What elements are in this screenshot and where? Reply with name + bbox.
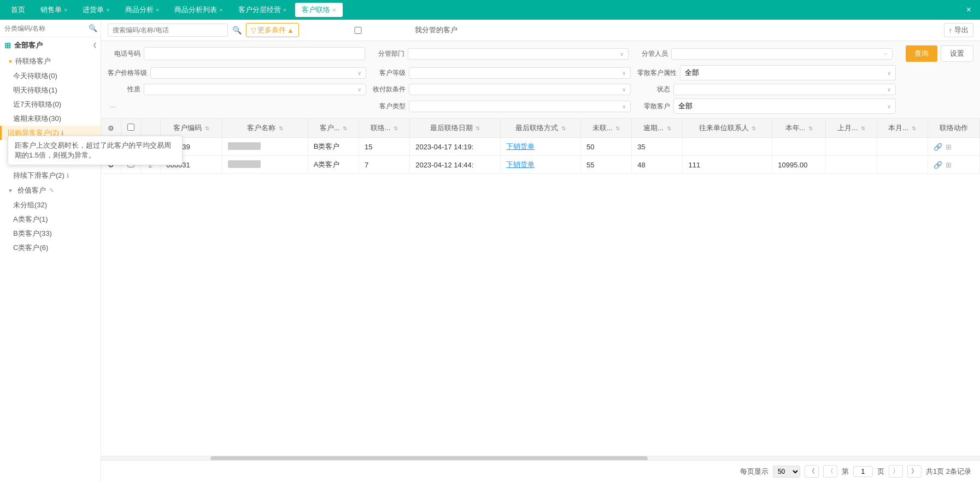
customer-level-select[interactable]: ∨	[409, 67, 631, 79]
dept-select[interactable]: ∨	[408, 48, 629, 60]
sidebar-search-icon[interactable]: 🔍	[89, 24, 97, 32]
nature-field: 性质 ∨	[108, 84, 366, 95]
nav-tab-sales[interactable]: 销售单 ×	[34, 3, 74, 17]
row-type: B类客户	[308, 138, 359, 156]
prev-page-button[interactable]: 〈	[823, 465, 837, 478]
horizontal-scrollbar[interactable]	[101, 456, 980, 460]
manager-select[interactable]: ···	[671, 48, 893, 60]
action-icon-grid[interactable]: ⊞	[946, 143, 952, 151]
row-last-method[interactable]: 下销货单	[501, 156, 581, 174]
nav-tab-customer-tier[interactable]: 客户分层经营 ×	[232, 3, 293, 17]
price-level-arrow: ∨	[357, 70, 361, 76]
page-size-select[interactable]: 50 100 200	[773, 466, 800, 478]
manager-dots[interactable]: ···	[883, 51, 888, 57]
sidebar-item-today[interactable]: 今天待联络(0)	[0, 69, 101, 83]
extra-dots-button[interactable]: ···	[108, 102, 118, 111]
page-number-input[interactable]	[853, 466, 873, 477]
retail-attr-field: 零散客户属性 全部 ∨	[637, 65, 896, 80]
price-level-select[interactable]: ∨	[150, 67, 366, 79]
right-content-area: 🔍 ▽ 更多条件 ▲ 我分管的客户 ↑ 导出 电话号码	[101, 20, 980, 482]
sidebar-item-declining-customers[interactable]: 持续下滑客户(2) ℹ	[0, 169, 101, 183]
nav-tab-product-analysis-list[interactable]: 商品分析列表 ×	[168, 3, 229, 17]
retail-attr-arrow: ∨	[887, 70, 891, 76]
unpaid-col-header[interactable]: 未联... ⇅	[581, 119, 632, 138]
checkbox-col-header[interactable]	[121, 119, 140, 138]
sidebar-search-input[interactable]	[4, 25, 86, 32]
customer-level-arrow: ∨	[622, 70, 626, 76]
pending-contact-group-header[interactable]: ▼ 待联络客户	[0, 54, 101, 69]
nav-tab-home[interactable]: 首页	[4, 3, 32, 17]
status-select[interactable]: ∨	[673, 84, 896, 95]
value-edit-icon[interactable]: ✎	[49, 187, 54, 194]
table-row: ⚙ 2 000031 A类客户 7 2023-04-12 14:44: 下销货单…	[101, 156, 980, 174]
contact-sort-icon: ⇅	[394, 125, 398, 131]
code-sort-icon: ⇅	[205, 125, 209, 131]
nature-select[interactable]: ∨	[144, 84, 366, 95]
phone-input[interactable]	[144, 47, 365, 60]
query-button[interactable]: 查询	[906, 45, 937, 62]
code-col-header[interactable]: 客户编码 ⇅	[161, 119, 222, 138]
action-icon-link[interactable]: 🔗	[934, 143, 942, 151]
retail-customer-arrow: ∨	[887, 103, 891, 109]
all-customers-header[interactable]: ⊞ 全部客户 《	[0, 37, 101, 54]
payment-arrow: ∨	[622, 86, 626, 92]
filter-search-icon[interactable]: 🔍	[232, 26, 242, 34]
my-customers-checkbox-container[interactable]: 我分管的客户	[303, 25, 457, 35]
customer-type-select[interactable]: ∨	[409, 101, 631, 112]
last-date-col-header[interactable]: 最后联络日期 ⇅	[410, 119, 501, 138]
action-icon-grid[interactable]: ⊞	[946, 161, 952, 169]
action-icon-link[interactable]: 🔗	[934, 161, 942, 169]
nav-tab-customer-contact[interactable]: 客户联络 ×	[295, 3, 342, 17]
more-conditions-button[interactable]: ▽ 更多条件 ▲	[246, 23, 299, 37]
window-close-button[interactable]: ×	[962, 5, 976, 15]
nav-tab-purchase[interactable]: 进货单 ×	[76, 3, 116, 17]
export-button[interactable]: ↑ 导出	[944, 23, 974, 37]
this-month-col-header[interactable]: 本月... ⇅	[877, 119, 928, 138]
action-col-header: 联络动作	[928, 119, 979, 138]
select-all-checkbox[interactable]	[127, 124, 134, 131]
overdue-sort-icon: ⇅	[667, 125, 671, 131]
retail-customer-select[interactable]: 全部 ∨	[673, 98, 896, 114]
sidebar-item-class-a[interactable]: A类客户(1)	[0, 212, 101, 227]
sidebar-search-area: 🔍	[0, 20, 101, 37]
close-customer-tier-tab[interactable]: ×	[283, 7, 286, 13]
unit-contact-col-header[interactable]: 往来单位联系人 ⇅	[683, 119, 772, 138]
last-method-col-header[interactable]: 最后联络方式 ⇅	[501, 119, 581, 138]
contact-col-header[interactable]: 联络... ⇅	[359, 119, 409, 138]
advanced-filters: 电话号码 分管部门 ∨ 分管人员 ···	[101, 41, 980, 119]
sidebar-item-tomorrow[interactable]: 明天待联络(1)	[0, 83, 101, 97]
this-year-col-header[interactable]: 本年... ⇅	[772, 119, 826, 138]
sidebar-item-class-b[interactable]: B类客户(33)	[0, 227, 101, 241]
search-input[interactable]	[108, 24, 228, 37]
last-month-sort-icon: ⇅	[861, 125, 865, 131]
close-product-analysis-list-tab[interactable]: ×	[219, 7, 222, 13]
row-last-method[interactable]: 下销货单	[501, 138, 581, 156]
sidebar-item-ungrouped[interactable]: 未分组(32)	[0, 198, 101, 212]
type-col-header[interactable]: 客户... ⇅	[308, 119, 359, 138]
settings-col-header[interactable]: ⚙	[101, 119, 121, 138]
value-group-header[interactable]: ▼ 价值客户 ✎	[0, 183, 101, 198]
sidebar-item-overdue[interactable]: 逾期未联络(30)	[0, 112, 101, 126]
manager-field: 分管人员 ···	[635, 48, 893, 60]
last-month-col-header[interactable]: 上月... ⇅	[826, 119, 877, 138]
sidebar-item-class-c[interactable]: C类客户(6)	[0, 241, 101, 255]
nav-tab-product-analysis[interactable]: 商品分析 ×	[119, 3, 166, 17]
retail-attr-select[interactable]: 全部 ∨	[680, 65, 896, 80]
close-customer-contact-tab[interactable]: ×	[332, 7, 336, 13]
value-arrow-icon: ▼	[8, 188, 13, 194]
last-page-button[interactable]: 》	[907, 465, 922, 478]
overdue-col-header[interactable]: 逾期... ⇅	[632, 119, 683, 138]
collapse-icon[interactable]: 《	[90, 42, 96, 50]
close-product-analysis-tab[interactable]: ×	[156, 7, 159, 13]
my-customers-checkbox[interactable]	[303, 27, 413, 34]
close-sales-tab[interactable]: ×	[64, 7, 67, 13]
close-purchase-tab[interactable]: ×	[106, 7, 109, 13]
sidebar-item-7days[interactable]: 近7天待联络(0)	[0, 97, 101, 112]
row-actions: 🔗 ⊞	[928, 156, 979, 174]
first-page-button[interactable]: 《	[805, 465, 819, 478]
name-col-header[interactable]: 客户名称 ⇅	[222, 119, 308, 138]
payment-select[interactable]: ∨	[409, 84, 631, 95]
next-page-button[interactable]: 〉	[889, 465, 903, 478]
settings-button[interactable]: 设置	[941, 45, 973, 62]
row-unit-contact	[683, 138, 772, 156]
